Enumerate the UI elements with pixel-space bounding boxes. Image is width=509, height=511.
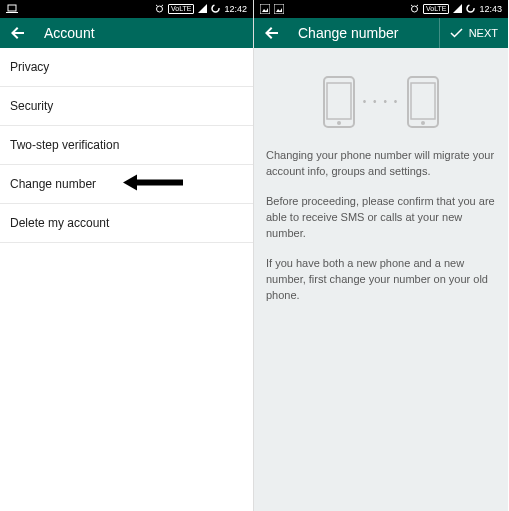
app-bar: Change number NEXT — [254, 18, 508, 48]
phone-transfer-illustration: • • • • — [266, 76, 496, 128]
settings-list: Privacy Security Two-step verification C… — [0, 48, 253, 243]
list-item-two-step[interactable]: Two-step verification — [0, 126, 253, 165]
pointer-arrow-icon — [123, 174, 183, 195]
next-label: NEXT — [469, 27, 498, 39]
phone-icon — [323, 76, 355, 128]
svg-rect-0 — [8, 5, 16, 11]
list-item-security[interactable]: Security — [0, 87, 253, 126]
svg-marker-5 — [198, 4, 207, 13]
svg-point-12 — [411, 6, 417, 12]
status-bar: VoLTE 12:43 — [254, 0, 508, 18]
info-paragraph: Changing your phone number will migrate … — [266, 148, 496, 180]
dots-icon: • • • • — [363, 95, 399, 110]
page-title: Change number — [298, 25, 398, 41]
laptop-icon — [6, 4, 18, 14]
phone-icon — [407, 76, 439, 128]
svg-rect-21 — [411, 83, 435, 119]
svg-marker-9 — [262, 8, 268, 12]
back-arrow-icon[interactable] — [10, 25, 26, 41]
back-arrow-icon[interactable] — [264, 25, 280, 41]
svg-rect-10 — [274, 4, 284, 14]
svg-line-14 — [416, 5, 418, 6]
loading-icon — [211, 4, 220, 13]
account-screen: VoLTE 12:42 Account Privacy Security Two… — [0, 0, 254, 511]
alarm-icon — [410, 4, 419, 13]
svg-marker-11 — [276, 8, 282, 12]
svg-line-13 — [411, 5, 413, 6]
info-paragraph: If you have both a new phone and a new n… — [266, 256, 496, 304]
alarm-icon — [155, 4, 164, 13]
content-area: • • • • Changing your phone number will … — [254, 48, 508, 336]
svg-rect-1 — [6, 12, 18, 13]
svg-line-4 — [161, 5, 163, 6]
svg-point-6 — [212, 5, 219, 12]
status-bar: VoLTE 12:42 — [0, 0, 253, 18]
list-item-privacy[interactable]: Privacy — [0, 48, 253, 87]
svg-rect-18 — [327, 83, 351, 119]
svg-point-16 — [467, 5, 474, 12]
change-number-screen: VoLTE 12:43 Change number NEXT — [254, 0, 508, 511]
list-item-delete-account[interactable]: Delete my account — [0, 204, 253, 243]
info-paragraph: Before proceeding, please confirm that y… — [266, 194, 496, 242]
status-time: 12:42 — [224, 4, 247, 14]
svg-point-2 — [156, 6, 162, 12]
svg-point-19 — [337, 121, 341, 125]
svg-rect-8 — [260, 4, 270, 14]
svg-point-22 — [421, 121, 425, 125]
signal-icon — [453, 4, 462, 13]
next-button[interactable]: NEXT — [439, 18, 498, 48]
volte-badge: VoLTE — [168, 4, 195, 14]
status-time: 12:43 — [479, 4, 502, 14]
image-icon — [274, 4, 284, 14]
app-bar: Account — [0, 18, 253, 48]
svg-marker-7 — [123, 175, 183, 191]
svg-marker-15 — [453, 4, 462, 13]
loading-icon — [466, 4, 475, 13]
list-item-change-number[interactable]: Change number — [0, 165, 253, 204]
volte-badge: VoLTE — [423, 4, 450, 14]
check-icon — [450, 26, 463, 41]
image-icon — [260, 4, 270, 14]
svg-line-3 — [156, 5, 158, 6]
page-title: Account — [44, 25, 95, 41]
signal-icon — [198, 4, 207, 13]
